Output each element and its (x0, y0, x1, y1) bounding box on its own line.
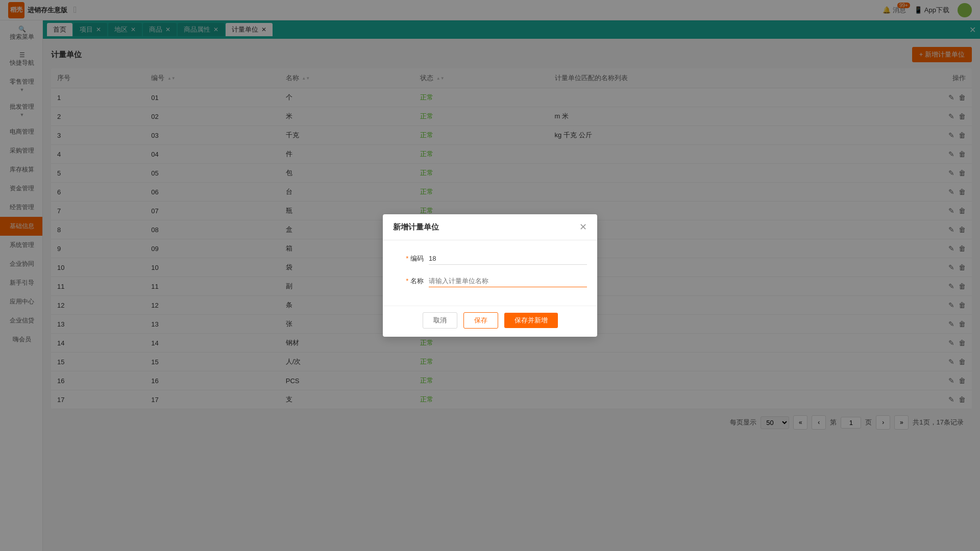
label-text-code: 编码 (410, 255, 424, 262)
add-unit-modal: 新增计量单位 ✕ * 编码 * 名称 (383, 214, 597, 337)
label-text-name: 名称 (410, 277, 424, 285)
required-star-name: * (406, 277, 408, 285)
modal-body: * 编码 * 名称 (383, 240, 597, 306)
modal-title: 新增计量单位 (393, 222, 439, 232)
modal-footer: 取消 保存 保存并新增 (383, 306, 597, 337)
modal-overlay: 新增计量单位 ✕ * 编码 * 名称 (43, 20, 980, 551)
name-input[interactable] (429, 275, 587, 287)
modal-header: 新增计量单位 ✕ (383, 214, 597, 240)
code-input[interactable] (429, 253, 587, 265)
form-row-name: * 名称 (393, 275, 587, 287)
form-label-code: * 编码 (393, 254, 424, 263)
form-label-name: * 名称 (393, 277, 424, 286)
content-area: 首页 项目 ✕ 地区 ✕ 商品 ✕ 商品属性 ✕ 计量单位 ✕ (43, 20, 980, 551)
form-row-code: * 编码 (393, 253, 587, 265)
required-star-code: * (406, 255, 408, 262)
modal-close-button[interactable]: ✕ (579, 221, 587, 233)
main-layout: 🔍 搜索菜单 ☰ 快捷导航 零售管理 ▼ 批发管理 ▼ 电商管理 采购管理 库存… (0, 20, 980, 551)
save-and-new-button[interactable]: 保存并新增 (504, 313, 558, 328)
save-button[interactable]: 保存 (463, 312, 498, 329)
cancel-button[interactable]: 取消 (423, 312, 457, 329)
